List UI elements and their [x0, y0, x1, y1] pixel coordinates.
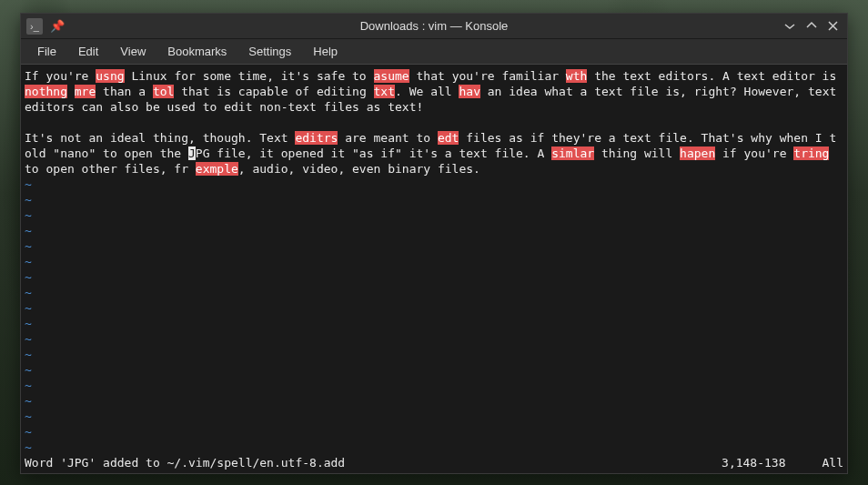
menu-file[interactable]: File [26, 41, 67, 62]
spell-error: tol [153, 85, 174, 98]
empty-line-tilde: ~ [25, 177, 32, 191]
spell-error: hav [459, 85, 479, 98]
terminal-area[interactable]: If you're usng Linux for some time, it's… [21, 65, 847, 473]
spell-error: tring [793, 147, 829, 160]
text: if you're [715, 147, 793, 160]
text: that you're familiar [409, 69, 566, 83]
text: file, it opened it "as if" it's a text f… [210, 147, 552, 160]
titlebar[interactable]: ›_ 📌 Downloads : vim — Konsole [21, 14, 847, 39]
empty-line-tilde: ~ [25, 394, 32, 408]
konsole-window: ›_ 📌 Downloads : vim — Konsole File Edit… [20, 13, 848, 474]
empty-line-tilde: ~ [25, 317, 32, 330]
spell-error: exmple [196, 162, 238, 176]
empty-line-tilde: ~ [25, 286, 32, 299]
spell-error: txt [374, 85, 395, 98]
empty-line-tilde: ~ [25, 193, 32, 207]
text: than a [96, 85, 153, 98]
window-title: Downloads : vim — Konsole [21, 19, 847, 33]
menu-settings[interactable]: Settings [237, 41, 302, 62]
text [67, 85, 75, 98]
text: thing will [594, 147, 680, 160]
menu-view[interactable]: View [109, 41, 156, 62]
empty-line-tilde: ~ [25, 208, 32, 222]
app-icon: ›_ [26, 18, 43, 35]
empty-line-tilde: ~ [25, 425, 32, 439]
spell-error: edt [438, 131, 459, 145]
menu-edit[interactable]: Edit [67, 41, 109, 62]
empty-line-tilde: ~ [25, 348, 32, 361]
text: Linux for some time, it's safe to [125, 69, 374, 83]
empty-line-tilde: ~ [25, 224, 32, 237]
spell-error: asume [374, 69, 409, 83]
cursor: J [188, 147, 196, 160]
empty-line-tilde: ~ [25, 363, 32, 377]
text: that is capable of editing [174, 85, 373, 98]
minimize-icon[interactable] [784, 19, 795, 34]
cursor-position: 3,148-138 [722, 455, 785, 470]
spell-error: simlar [551, 147, 594, 160]
scroll-position: All [823, 455, 843, 470]
pin-icon[interactable]: 📌 [50, 19, 65, 33]
spell-error: mre [75, 85, 96, 98]
text: It's not an ideal thing, though. Text [25, 131, 295, 145]
text: , audio, video, even binary files. [238, 162, 480, 176]
empty-line-tilde: ~ [25, 270, 32, 284]
text: are meant to [338, 131, 438, 145]
empty-line-tilde: ~ [25, 255, 32, 268]
empty-line-tilde: ~ [25, 440, 32, 454]
spell-error: wth [566, 69, 587, 83]
empty-line-tilde: ~ [25, 379, 32, 392]
text: PG [196, 147, 210, 160]
spell-error: editrs [295, 131, 338, 145]
menubar: File Edit View Bookmarks Settings Help [21, 39, 847, 65]
empty-line-tilde: ~ [25, 332, 32, 346]
spell-error: hapen [680, 147, 715, 160]
maximize-icon[interactable] [806, 19, 817, 34]
menu-help[interactable]: Help [302, 41, 348, 62]
text: the text editors. A text editor is [587, 69, 843, 83]
close-icon[interactable] [828, 19, 838, 34]
empty-line-tilde: ~ [25, 239, 32, 253]
spell-error: usng [96, 69, 124, 83]
status-message: Word 'JPG' added to ~/.vim/spell/en.utf-… [25, 455, 345, 470]
text: If you're [25, 69, 96, 83]
blank-line [25, 116, 32, 129]
empty-line-tilde: ~ [25, 409, 32, 423]
menu-bookmarks[interactable]: Bookmarks [156, 41, 237, 62]
text: . We all [395, 85, 459, 98]
vim-status-line: Word 'JPG' added to ~/.vim/spell/en.utf-… [25, 455, 843, 470]
spell-error: nothng [25, 85, 67, 98]
empty-line-tilde: ~ [25, 301, 32, 315]
